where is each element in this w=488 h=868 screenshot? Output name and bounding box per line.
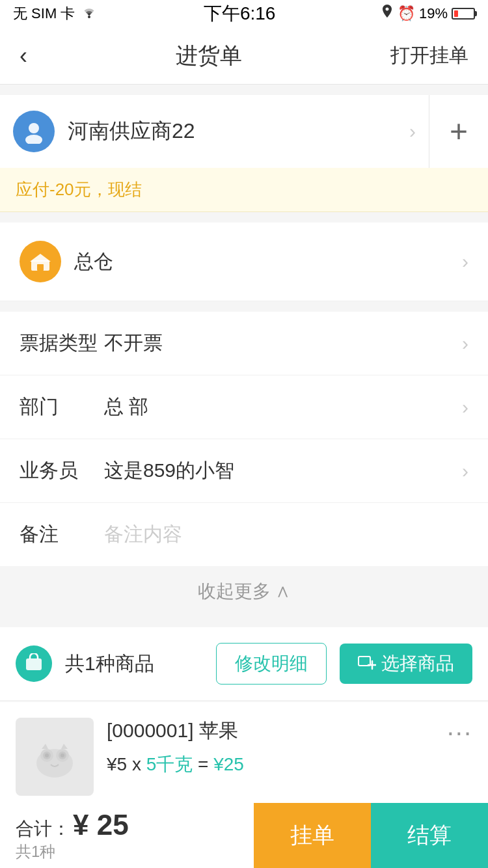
product-header: 共1种商品 修改明细 选择商品 (0, 627, 488, 700)
department-chevron-icon: › (462, 396, 468, 418)
department-value: 总 部 (104, 394, 455, 420)
product-thumbnail (16, 718, 94, 796)
svg-marker-4 (30, 254, 51, 262)
checkout-button[interactable]: 结算 (371, 803, 488, 868)
open-pending-button[interactable]: 打开挂单 (390, 42, 468, 69)
product-count-label: 共1种商品 (65, 651, 203, 677)
battery-icon (452, 8, 475, 20)
status-left: 无 SIM 卡 (13, 4, 98, 23)
supplier-avatar (13, 111, 55, 152)
invoice-type-label: 票据类型 (20, 330, 104, 357)
product-code: [0000001] (107, 720, 199, 741)
gap-3 (0, 301, 488, 312)
status-bar: 无 SIM 卡 下午6:16 ⏰ 19% (0, 0, 488, 27)
warehouse-icon (20, 241, 61, 282)
remark-label: 备注 (20, 521, 104, 548)
gap-1 (0, 85, 488, 95)
select-product-label: 选择商品 (381, 651, 454, 676)
svg-point-14 (61, 753, 64, 757)
svg-rect-6 (26, 658, 42, 670)
invoice-type-row[interactable]: 票据类型 不开票 › (0, 312, 488, 375)
product-info: [0000001] 苹果 ¥5 x 5千克 = ¥25 (107, 718, 434, 777)
remark-row[interactable]: 备注 备注内容 (0, 503, 488, 566)
battery-percent: 19% (419, 5, 448, 22)
edit-detail-button[interactable]: 修改明细 (216, 643, 327, 685)
location-icon (381, 5, 394, 23)
total-label: 合计： (16, 817, 70, 841)
warehouse-name: 总仓 (74, 249, 455, 275)
supplier-chevron-icon: › (409, 120, 416, 142)
svg-point-13 (45, 753, 49, 757)
gap-2 (0, 212, 488, 223)
product-item: [0000001] 苹果 ¥5 x 5千克 = ¥25 ··· (0, 702, 488, 811)
nav-bar: ‹ 进货单 打开挂单 (0, 27, 488, 85)
collapse-button[interactable]: 收起更多 ∧ (0, 566, 488, 617)
salesman-row[interactable]: 业务员 这是859的小智 › (0, 439, 488, 503)
product-total: ¥25 (213, 754, 244, 774)
product-qty: 5千克 (146, 754, 193, 774)
page-title: 进货单 (176, 41, 242, 71)
product-more-button[interactable]: ··· (447, 718, 472, 747)
gap-4 (0, 617, 488, 627)
invoice-type-chevron-icon: › (462, 332, 468, 355)
total-count: 共1种 (16, 841, 238, 862)
salesman-label: 业务员 (20, 457, 104, 484)
salesman-value: 这是859的小智 (104, 457, 455, 484)
svg-rect-5 (37, 264, 44, 271)
product-unit-price: ¥5 x (107, 754, 146, 774)
content: 河南供应商22 › + 应付-20元，现结 总仓 › 票据类型 不开票 › 部门… (0, 85, 488, 868)
select-product-button[interactable]: 选择商品 (340, 644, 472, 684)
product-title: 苹果 (199, 720, 238, 741)
back-button[interactable]: ‹ (20, 42, 27, 70)
add-supplier-button[interactable]: + (429, 95, 488, 168)
status-right: ⏰ 19% (381, 5, 475, 23)
collapse-label: 收起更多 ∧ (198, 579, 291, 604)
supplier-section: 河南供应商22 › + (0, 95, 488, 168)
alarm-icon: ⏰ (398, 5, 415, 22)
product-count-icon (16, 645, 52, 682)
bottom-bar: 合计： ¥ 25 共1种 挂单 结算 (0, 803, 488, 868)
supplier-name: 河南供应商22 (68, 117, 403, 146)
warehouse-chevron-icon: › (462, 251, 468, 273)
remark-input[interactable]: 备注内容 (104, 521, 468, 548)
total-section: 合计： ¥ 25 共1种 (0, 803, 254, 868)
product-equals: = (193, 754, 213, 774)
status-time: 下午6:16 (204, 1, 276, 26)
salesman-chevron-icon: › (462, 460, 468, 482)
supplier-notice: 应付-20元，现结 (0, 168, 488, 212)
svg-point-1 (29, 123, 39, 133)
divider-1 (0, 700, 488, 701)
supplier-row[interactable]: 河南供应商22 › (0, 95, 429, 168)
total-amount: ¥ 25 (73, 809, 129, 841)
product-name: [0000001] 苹果 (107, 718, 434, 744)
product-price: ¥5 x 5千克 = ¥25 (107, 752, 434, 777)
department-label: 部门 (20, 394, 104, 420)
warehouse-row[interactable]: 总仓 › (0, 223, 488, 301)
svg-point-2 (25, 135, 42, 144)
svg-point-0 (88, 16, 90, 18)
hang-order-button[interactable]: 挂单 (254, 803, 371, 868)
carrier-text: 无 SIM 卡 (13, 4, 75, 23)
department-row[interactable]: 部门 总 部 › (0, 375, 488, 439)
invoice-type-value: 不开票 (104, 330, 455, 357)
wifi-icon (80, 5, 98, 22)
